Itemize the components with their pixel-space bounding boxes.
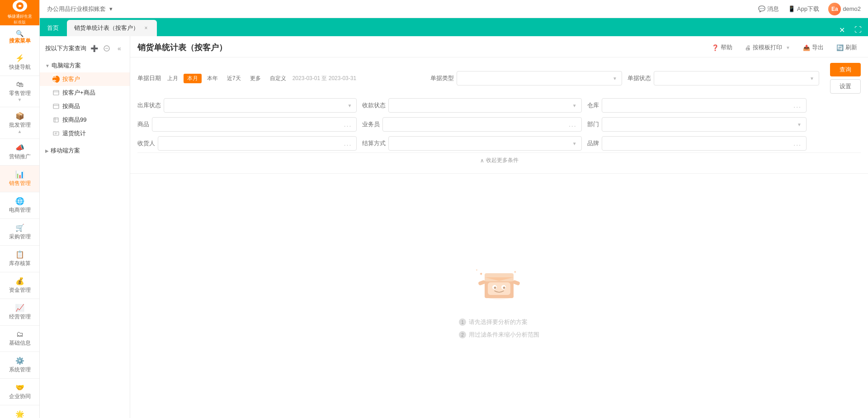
print-dropdown-arrow[interactable]: ▼ bbox=[786, 45, 790, 50]
sidebar-item-retail[interactable]: 🛍 零售管理 ▼ bbox=[0, 76, 39, 107]
refresh-label: 刷新 bbox=[845, 43, 857, 52]
tree-item-return[interactable]: 退货统计 bbox=[40, 127, 130, 140]
warehouse-label: 仓库 bbox=[587, 101, 599, 109]
this-month-btn[interactable]: 本月 bbox=[184, 74, 202, 83]
tree-desktop-parent[interactable]: ▼ 电脑端方案 bbox=[40, 59, 130, 72]
app-download-btn[interactable]: 📱 App下载 bbox=[788, 5, 819, 13]
collapse-label: 收起更多条件 bbox=[486, 157, 519, 164]
goods-dots: ... bbox=[344, 121, 352, 128]
help-btn[interactable]: ❓ 帮助 bbox=[708, 42, 736, 53]
tree-item-customer-goods[interactable]: 按客户+商品 bbox=[40, 86, 130, 100]
add-scheme-btn[interactable]: ➕ bbox=[89, 43, 99, 53]
sidebar-item-system[interactable]: ⚙️ 系统管理 bbox=[0, 352, 39, 379]
this-year-btn[interactable]: 本年 bbox=[203, 74, 222, 83]
dept-select[interactable]: ▼ bbox=[602, 117, 807, 132]
svg-rect-7 bbox=[54, 118, 58, 122]
tree-item-goods[interactable]: 按商品 bbox=[40, 100, 130, 113]
sidebar-item-sales[interactable]: 📊 销售管理 bbox=[0, 166, 39, 192]
operations-icon: 📈 bbox=[15, 304, 24, 312]
doc-type-select[interactable]: ▼ bbox=[457, 71, 622, 86]
tree-item-goods99[interactable]: 按商品99 bbox=[40, 113, 130, 127]
collapse-panel-btn[interactable]: « bbox=[114, 43, 124, 53]
mobile-section-label: 移动端方案 bbox=[51, 147, 80, 155]
refresh-btn[interactable]: 🔄 刷新 bbox=[833, 42, 861, 53]
download-icon: 📱 bbox=[788, 5, 795, 12]
sales-icon: 📊 bbox=[15, 170, 24, 179]
messages-btn[interactable]: 💬 消息 bbox=[758, 5, 779, 13]
filter-row-4: 收货人 ... 结算方式 ▼ 品牌 bbox=[137, 136, 861, 151]
sidebar-search[interactable]: 🔍 搜索菜单 bbox=[0, 25, 39, 49]
left-panel-actions: ➕ « bbox=[89, 43, 124, 53]
finance-icon: 💰 bbox=[15, 277, 24, 285]
tab-maximize-btn[interactable]: ⛶ bbox=[852, 24, 864, 36]
tree-item-customer[interactable]: 按客 按客户 bbox=[40, 72, 130, 86]
brand-select[interactable]: ... bbox=[602, 136, 807, 151]
sidebar-item-quick-nav[interactable]: ⚡ 快捷导航 bbox=[0, 49, 39, 76]
return-stats-label: 退货统计 bbox=[62, 129, 86, 138]
marketing-icon: 📣 bbox=[15, 143, 24, 152]
edit-scheme-btn[interactable] bbox=[102, 43, 112, 53]
empty-state: ✦ ✦ ✦ 1 请先选择要分析的方案 2 用过滤条件来缩小分析范围 bbox=[130, 174, 868, 418]
sidebar-item-cooperation[interactable]: 🤝 企业协同 bbox=[0, 379, 39, 405]
sidebar-item-basic-info[interactable]: 🗂 基础信息 bbox=[0, 326, 39, 352]
query-button[interactable]: 查询 bbox=[830, 63, 861, 76]
tab-home-label: 首页 bbox=[47, 24, 59, 32]
customer-active-icon: 按客 bbox=[52, 76, 60, 83]
out-status-select[interactable]: ▼ bbox=[164, 98, 357, 113]
collapse-bar[interactable]: ∧ 收起更多条件 bbox=[137, 152, 861, 168]
user-initials: Ea bbox=[831, 6, 838, 12]
tree-mobile-parent[interactable]: ▶ 移动端方案 bbox=[40, 144, 130, 157]
doc-type-group: 单据类型 ▼ bbox=[430, 71, 622, 86]
svg-text:✦: ✦ bbox=[479, 271, 483, 276]
sidebar-item-wholesale[interactable]: 📦 批发管理 ▲ bbox=[0, 107, 39, 139]
sidebar-item-ecommerce[interactable]: 🌐 电商管理 bbox=[0, 192, 39, 219]
print-btn[interactable]: 🖨 按模板打印 ▼ bbox=[741, 42, 794, 53]
help-icon: ❓ bbox=[712, 44, 719, 51]
tree-mobile-section: ▶ 移动端方案 bbox=[40, 142, 130, 159]
tab-active-label: 销货单统计表（按客户） bbox=[74, 24, 139, 32]
warehouse-select[interactable]: ... bbox=[602, 98, 807, 113]
settlement-arrow: ▼ bbox=[572, 141, 577, 146]
export-btn[interactable]: 📤 导出 bbox=[799, 42, 827, 53]
sidebar-item-finance[interactable]: 💰 资金管理 bbox=[0, 272, 39, 299]
salesperson-select[interactable]: ... bbox=[382, 117, 581, 132]
system-label: 系统管理 bbox=[9, 366, 31, 374]
quick-nav-icon: ⚡ bbox=[15, 54, 24, 62]
tab-home[interactable]: 首页 bbox=[40, 20, 66, 36]
settlement-select[interactable]: ▼ bbox=[388, 136, 581, 151]
prev-month-btn[interactable]: 上月 bbox=[164, 74, 182, 83]
tab-active[interactable]: 销货单统计表（按客户） × bbox=[67, 20, 157, 36]
breadcrumb-dropdown[interactable]: ▾ bbox=[109, 5, 113, 12]
sidebar-item-operations[interactable]: 📈 经营管理 bbox=[0, 299, 39, 326]
tree-arrow-down: ▼ bbox=[45, 63, 50, 68]
out-status-arrow: ▼ bbox=[347, 103, 352, 108]
goods-select[interactable]: ... bbox=[152, 117, 357, 132]
export-label: 导出 bbox=[812, 43, 824, 52]
sidebar-item-purchase[interactable]: 🛒 采购管理 bbox=[0, 219, 39, 246]
breadcrumb-text: 办公用品行业模拟账套 bbox=[47, 5, 106, 13]
custom-btn[interactable]: 自定义 bbox=[266, 74, 290, 83]
last7-btn[interactable]: 近7天 bbox=[223, 74, 245, 83]
tab-close-btn[interactable]: × bbox=[142, 24, 150, 32]
doc-type-label: 单据类型 bbox=[430, 74, 454, 82]
doc-status-group: 单据状态 ▼ bbox=[627, 71, 819, 86]
sidebar-item-inventory[interactable]: 📋 库存核算 bbox=[0, 246, 39, 272]
customer-goods-icon bbox=[52, 89, 60, 96]
sidebar-item-marketing[interactable]: 📣 营销推广 bbox=[0, 139, 39, 166]
receipt-status-select[interactable]: ▼ bbox=[388, 98, 581, 113]
retail-label: 零售管理 bbox=[9, 90, 31, 97]
date-filter-group: 单据日期 上月 本月 本年 近7天 更多 自定义 2023-03-01 至 20… bbox=[137, 74, 425, 83]
doc-status-select[interactable]: ▼ bbox=[654, 71, 819, 86]
page-title: 销货单统计表（按客户） bbox=[137, 42, 227, 53]
add-icon: ➕ bbox=[90, 45, 98, 52]
setting-button[interactable]: 设置 bbox=[830, 79, 861, 94]
receipt-status-arrow: ▼ bbox=[572, 103, 577, 108]
tab-close-all-btn[interactable]: ✕ bbox=[835, 24, 848, 36]
recipient-select[interactable]: ... bbox=[158, 136, 357, 151]
more-btn[interactable]: 更多 bbox=[246, 74, 264, 83]
doc-status-arrow: ▼ bbox=[810, 76, 814, 81]
user-profile[interactable]: Ea demo2 bbox=[828, 3, 861, 15]
inventory-icon: 📋 bbox=[15, 250, 24, 259]
svg-rect-16 bbox=[488, 282, 510, 295]
sidebar-item-newbie[interactable]: 🌟 新手引导 bbox=[0, 405, 39, 418]
